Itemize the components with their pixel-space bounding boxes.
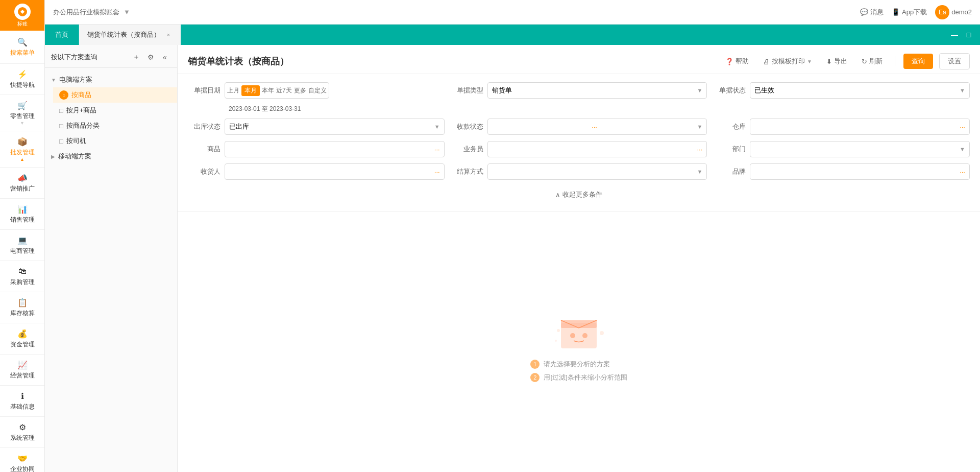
sidebar-item-system[interactable]: ⚙ 系统管理 bbox=[0, 417, 45, 448]
tree-item-label: 按商品 bbox=[71, 90, 91, 100]
docstatus-selector[interactable]: 已生效 ▼ bbox=[750, 82, 970, 99]
tree-desktop-section[interactable]: ▼ 电脑端方案 bbox=[45, 72, 177, 87]
sidebar-item-marketing[interactable]: 📣 营销推广 bbox=[0, 168, 45, 199]
product-selector[interactable]: ··· bbox=[225, 141, 445, 157]
tree-mobile-section[interactable]: ▶ 移动端方案 bbox=[45, 149, 177, 164]
refresh-label: 刷新 bbox=[869, 57, 883, 66]
doctype-selector[interactable]: 销货单 ▼ bbox=[487, 82, 707, 99]
sidebar-item-wholesale[interactable]: 📦 批发管理 ▲ bbox=[0, 131, 45, 168]
workspace-dropdown-icon[interactable]: ▼ bbox=[124, 8, 130, 16]
sidebar-item-corp-collab[interactable]: 🤝 企业协同 bbox=[0, 448, 45, 472]
docstatus-value: 已生效 bbox=[754, 86, 774, 95]
delivery-label: 出库状态 bbox=[188, 122, 225, 131]
sidebar-item-management[interactable]: 📈 经营管理 bbox=[0, 355, 45, 386]
settings-btn[interactable]: 设置 bbox=[939, 53, 970, 69]
receiver-dots[interactable]: ··· bbox=[434, 168, 440, 176]
user-menu[interactable]: Ea demo2 bbox=[935, 5, 972, 19]
sidebar-item-label: 快捷导航 bbox=[10, 81, 35, 89]
sidebar-item-sales[interactable]: 📊 销售管理 bbox=[0, 199, 45, 230]
help-btn[interactable]: ❓ 帮助 bbox=[721, 55, 753, 68]
tip-num-1: 1 bbox=[530, 360, 540, 369]
tip-text-2: 用[过滤]条件来缩小分析范围 bbox=[544, 373, 627, 382]
user-avatar: Ea bbox=[935, 5, 949, 19]
sidebar-item-purchase[interactable]: 🛍 采购管理 bbox=[0, 261, 45, 292]
date-tab-current[interactable]: 本月 bbox=[241, 85, 260, 96]
app-download-btn[interactable]: 📱 App下载 bbox=[892, 8, 927, 17]
sidebar-item-label: 营销推广 bbox=[10, 184, 35, 193]
expand-icon-active: ▲ bbox=[20, 157, 24, 162]
content-area: 按以下方案查询 ＋ ⚙ « ▼ 电脑端方案 bbox=[45, 45, 980, 472]
export-btn[interactable]: ⬇ 导出 bbox=[822, 55, 851, 68]
minimize-btn[interactable]: — bbox=[947, 28, 962, 42]
delivery-control: 已出库 ▼ bbox=[225, 119, 445, 135]
tree-item-label: 按司机 bbox=[66, 136, 86, 146]
tree-item-by-month-product[interactable]: □ 按月+商品 bbox=[53, 103, 177, 118]
date-tab-custom[interactable]: 自定义 bbox=[308, 86, 327, 95]
export-label: 导出 bbox=[834, 57, 847, 66]
sidebar-item-inventory[interactable]: 📋 库存核算 bbox=[0, 292, 45, 323]
department-selector[interactable]: ▼ bbox=[750, 141, 970, 157]
sidebar-item-quick-nav[interactable]: ⚡ 快捷导航 bbox=[0, 64, 45, 95]
user-name: demo2 bbox=[951, 8, 972, 16]
print-btn[interactable]: 🖨 按模板打印 ▼ bbox=[759, 55, 816, 68]
salesman-selector[interactable]: ··· bbox=[487, 141, 707, 157]
sidebar-item-retail[interactable]: 🛒 零售管理 ▼ bbox=[0, 95, 45, 131]
sidebar-item-search[interactable]: 🔍 搜索菜单 bbox=[0, 31, 45, 64]
date-tab-year[interactable]: 本年 bbox=[262, 86, 274, 95]
sidebar-item-label: 库存核算 bbox=[10, 309, 35, 318]
expand-icon: ▼ bbox=[20, 121, 24, 126]
brand-dots[interactable]: ··· bbox=[960, 168, 965, 176]
payment-dots[interactable]: ··· bbox=[592, 123, 597, 131]
driver-icon: □ bbox=[59, 137, 63, 145]
refresh-btn[interactable]: ↻ 刷新 bbox=[857, 55, 887, 68]
department-label: 部门 bbox=[713, 145, 750, 154]
query-btn[interactable]: 查询 bbox=[903, 54, 933, 69]
payment-selector[interactable]: ··· ▼ bbox=[487, 119, 707, 135]
delivery-selector[interactable]: 已出库 ▼ bbox=[225, 119, 445, 135]
tree-item-label: 按月+商品 bbox=[66, 106, 97, 115]
collab-icon: 🤝 bbox=[17, 453, 28, 463]
product-dots[interactable]: ··· bbox=[434, 146, 440, 153]
warehouse-dots[interactable]: ··· bbox=[960, 123, 965, 131]
brand-selector[interactable]: ··· bbox=[750, 163, 970, 180]
maximize-btn[interactable]: □ bbox=[962, 28, 976, 42]
message-btn[interactable]: 💬 消息 bbox=[860, 8, 884, 17]
workspace-selector[interactable]: 办公用品行业模拟账套 ▼ bbox=[53, 8, 130, 17]
app-subtitle: 标账 bbox=[17, 21, 28, 27]
active-badge: ○ bbox=[59, 90, 68, 100]
tab-home[interactable]: 首页 bbox=[45, 25, 79, 45]
salesman-dots[interactable]: ··· bbox=[697, 146, 702, 153]
date-range-value: 2023-03-01 至 2023-03-31 bbox=[229, 105, 301, 112]
receiver-selector[interactable]: ··· bbox=[225, 163, 445, 180]
doctype-dropdown-icon: ▼ bbox=[697, 87, 702, 93]
tab-home-label: 首页 bbox=[55, 30, 68, 39]
date-label: 单据日期 bbox=[188, 86, 225, 95]
filter-doctype-cell: 单据类型 销货单 ▼ bbox=[451, 82, 707, 99]
collapse-up-icon: ∧ bbox=[555, 191, 560, 199]
add-scheme-btn[interactable]: ＋ bbox=[130, 51, 142, 63]
tab-close-btn[interactable]: × bbox=[164, 31, 173, 39]
sidebar-item-basic-info[interactable]: ℹ 基础信息 bbox=[0, 386, 45, 417]
collapse-panel-btn[interactable]: « bbox=[159, 51, 171, 63]
edit-scheme-btn[interactable]: ⚙ bbox=[144, 51, 157, 63]
sidebar-item-ecommerce[interactable]: 💻 电商管理 bbox=[0, 230, 45, 261]
page-title: 销货单统计表（按商品） bbox=[188, 55, 289, 67]
product-control: ··· bbox=[225, 141, 445, 157]
svg-point-4 bbox=[582, 333, 587, 338]
sidebar-item-finance[interactable]: 💰 资金管理 bbox=[0, 323, 45, 355]
date-tab-prev[interactable]: 上月 bbox=[227, 86, 239, 95]
add-icon: ＋ bbox=[133, 53, 140, 62]
tree-item-by-driver[interactable]: □ 按司机 bbox=[53, 133, 177, 149]
tree-item-by-product[interactable]: ○ 按商品 bbox=[53, 87, 177, 103]
paymethod-selector[interactable]: ▼ bbox=[487, 163, 707, 180]
management-icon: 📈 bbox=[17, 360, 28, 370]
warehouse-selector[interactable]: ··· bbox=[750, 119, 970, 135]
date-selector[interactable]: 上月 本月 本年 近7天 更多 自定义 bbox=[225, 82, 329, 99]
collapse-btn[interactable]: ∧ 收起更多条件 bbox=[188, 186, 970, 203]
tree-item-by-category[interactable]: □ 按商品分类 bbox=[53, 118, 177, 133]
delivery-value: 已出库 bbox=[229, 122, 249, 131]
date-tab-7days[interactable]: 近7天 bbox=[276, 86, 292, 95]
tab-active[interactable]: 销货单统计表（按商品） × bbox=[79, 25, 181, 45]
date-tab-more[interactable]: 更多 bbox=[294, 86, 306, 95]
delivery-dropdown-icon: ▼ bbox=[434, 124, 440, 130]
